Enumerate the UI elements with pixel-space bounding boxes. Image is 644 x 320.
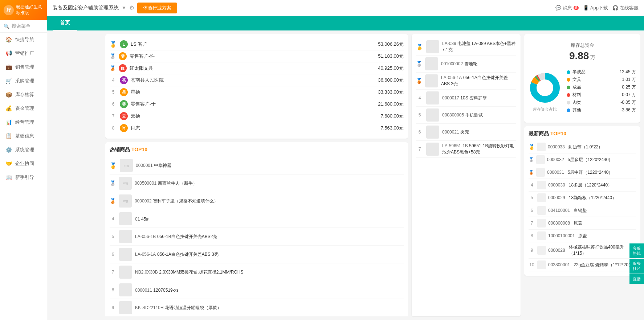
rank-amount: 53,006.26元 [378, 41, 404, 48]
rank-num: 7 [110, 114, 117, 119]
logo-icon: 好 [4, 5, 14, 15]
rank-amount: 7,563.00元 [380, 125, 404, 131]
sidebar: 好 畅捷通好生意 标准版 🔍 搜索菜单 🏠 快捷导航📢 营销推广💼 销售管理🛒 … [0, 0, 47, 320]
product-name: 056-1A白色按键开关盖ABS 3壳 [157, 252, 219, 257]
product-rank-info: LA-59651-1B 59651-1B旋转投影灯电池盒ABS黑色+58壳 [442, 143, 516, 155]
customer-rank-row: 🥉 红 红太阳文具 40,925.00元 [110, 62, 404, 74]
rank-num: 8 [110, 126, 117, 131]
hot-product-row: 6 LA-056-1A 056-1A白色按键开关盖ABS 3壳 [110, 246, 404, 263]
rank-customer-name: 云扬 [131, 113, 378, 119]
product-rank-table: 🥇 LA-089 电池盖 LA-089 ABS本色+黑种 7.1克 🥈 0010… [416, 38, 516, 158]
messages-badge: 6 [574, 6, 579, 10]
product-thumbnail: img [119, 194, 132, 208]
online-service-item[interactable]: 🎧 在线客服 [612, 5, 639, 11]
experience-button[interactable]: 体验行业方案 [137, 3, 177, 13]
product-name: 新西兰牛肉（新牛） [158, 181, 197, 186]
legend-name: 半成品 [572, 69, 617, 75]
legend-item: 肉类 -0.05 万 [567, 99, 636, 106]
medal-silver-icon: 🥈 [416, 61, 422, 67]
newest-product-name: 18颗粒板（1220*2440） [569, 195, 636, 201]
newest-product-row: 7 000800008 原盖 [529, 217, 636, 230]
inventory-unit: 万 [590, 54, 595, 60]
sidebar-item-2[interactable]: 💼 销售管理 [0, 60, 47, 74]
menu-icon-0: 🏠 [5, 36, 12, 43]
rank-num: 4 [416, 95, 423, 100]
rank-customer-name: LS 客户 [131, 41, 375, 48]
sidebar-item-8[interactable]: ⚙️ 系统管理 [0, 143, 47, 157]
messages-label: 消息 [563, 5, 572, 11]
messages-item[interactable]: 💬 消息 6 [555, 5, 579, 11]
newest-product-row: 9 0000028 体械荔枝味苏打饮品400毫升（1*15） [529, 242, 636, 259]
menu-icon-6: 📊 [5, 119, 12, 126]
nav-bar: 首页 [47, 16, 644, 30]
newest-product-img [537, 260, 546, 269]
legend-value: -3.86 万 [620, 107, 636, 113]
product-img [119, 248, 132, 261]
newest-product-code: 0000031 [547, 170, 564, 175]
legend-item: 半成品 12.45 万 [567, 69, 636, 75]
inventory-value: 9.88 [569, 50, 589, 61]
newest-product-code: 004100001 [548, 208, 570, 213]
customer-service-btn[interactable]: 客服热线 [629, 243, 644, 258]
inventory-total: 库存总资金 9.88 万 [529, 38, 636, 65]
product-code: 000500001 [135, 181, 156, 186]
settings-icon[interactable]: ⚙ [129, 4, 134, 11]
system-title: 装备及固定资产辅助管理系统 [53, 5, 119, 11]
sidebar-item-6[interactable]: 📊 经营管理 [0, 115, 47, 129]
live-btn[interactable]: 直播 [629, 274, 644, 284]
newest-product-row: 🥉 0000031 5层中纤（1220*2440） [529, 166, 636, 179]
sidebar-item-7[interactable]: 📋 基础信息 [0, 129, 47, 143]
sidebar-search[interactable]: 🔍 搜索菜单 [0, 20, 47, 33]
legend-name: 材料 [572, 92, 620, 98]
sidebar-item-5[interactable]: 💰 资金管理 [0, 102, 47, 115]
donut-svg [529, 71, 561, 104]
dropdown-icon[interactable]: ▼ [122, 5, 126, 11]
sidebar-item-9[interactable]: 🤝 企业协同 [0, 157, 47, 171]
hot-product-row: 🥈 img 000500001 新西兰牛肉（新牛） [110, 175, 404, 192]
menu-label-1: 营销推广 [15, 50, 34, 57]
online-service-label: 在线客服 [620, 5, 639, 11]
sidebar-logo: 好 畅捷通好生意 标准版 [0, 0, 47, 20]
product-info: KK-SD22110H 花语萌恒温分罐罐袋（厚款） [135, 305, 404, 311]
product-info: 000500001 新西兰牛肉（新牛） [135, 180, 404, 186]
product-img: img [120, 159, 133, 172]
customer-rank-row: 4 苍 苍南县人民医院 36,600.00元 [110, 74, 404, 86]
sidebar-item-10[interactable]: 📖 新手引导 [0, 171, 47, 184]
main-area: 装备及固定资产辅助管理系统 ▼ ⚙ 体验行业方案 💬 消息 6 📱 App下载 … [47, 0, 644, 320]
search-icon: 🔍 [4, 24, 9, 29]
product-rank-num: 6 [110, 252, 116, 257]
service-community-btn[interactable]: 服务社区 [629, 259, 644, 274]
rank-badge: 云 [120, 112, 128, 120]
app-download-item[interactable]: 📱 App下载 [583, 5, 608, 11]
menu-icon-5: 💰 [5, 105, 12, 112]
rank-badge: 肖 [120, 124, 128, 132]
product-rank-row: 🥇 LA-089 电池盖 LA-089 ABS本色+黑种 7.1克 [416, 38, 516, 56]
sidebar-item-4[interactable]: 📦 库存核算 [0, 88, 47, 102]
product-img [119, 301, 132, 314]
product-rank-info: 000800005 手机测试 [442, 112, 516, 118]
legend-dot [567, 78, 570, 82]
product-rank-num: 7 [110, 270, 116, 275]
sidebar-item-0[interactable]: 🏠 快捷导航 [0, 33, 47, 46]
hot-product-row: 7 NB2.0X30B 2.0X30MM双搓花轴,搓花直径2.1MM/ROHS [110, 263, 404, 281]
newest-product-row: 6 004100001 白钢垫 [529, 204, 636, 217]
product-rank-num: 4 [110, 216, 116, 221]
legend-name: 文具 [572, 77, 620, 83]
product-rank-img [426, 143, 439, 156]
legend-item: 其他 -3.86 万 [567, 107, 636, 113]
sidebar-item-1[interactable]: 📢 营销推广 [0, 46, 47, 60]
product-name: 45# [141, 217, 148, 222]
content-area: 🥇 L LS 客户 53,006.26元🥈 零 零售客户-许 51,183.00… [47, 30, 644, 320]
product-info: 0000002 智利车子里（规格不知道填什么） [135, 198, 404, 204]
customer-rank-row: 5 星 星扬 33,333.00元 [110, 86, 404, 98]
menu-label-8: 系统管理 [15, 147, 34, 153]
right-column: 库存总资金 9.88 万 [524, 34, 640, 316]
product-placeholder [119, 283, 132, 296]
product-img [119, 212, 132, 225]
sidebar-item-3[interactable]: 🛒 采购管理 [0, 74, 47, 88]
menu-icon-10: 📖 [5, 174, 12, 181]
nav-tab-0[interactable]: 首页 [53, 16, 77, 30]
product-rank-info: LA-089 电池盖 LA-089 ABS本色+黑种 7.1克 [442, 41, 516, 53]
product-rank-img [426, 126, 439, 139]
medal-silver-icon: 🥈 [110, 53, 116, 59]
